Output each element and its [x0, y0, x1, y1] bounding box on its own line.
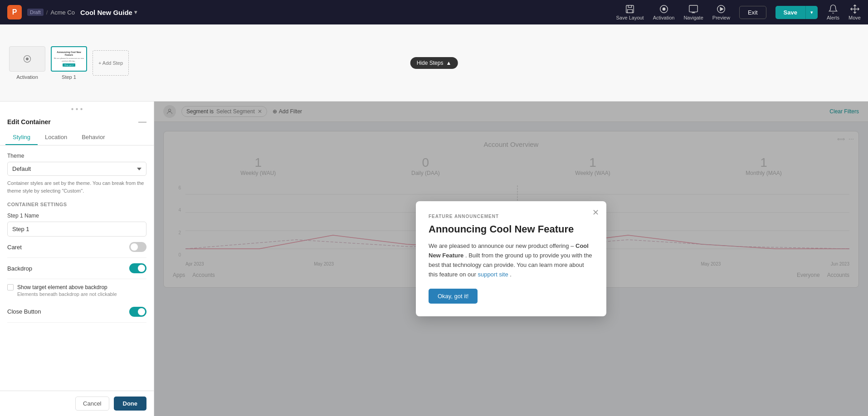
- svg-point-2: [663, 8, 665, 10]
- draft-badge: Draft: [27, 9, 44, 16]
- theme-label: Theme: [7, 153, 146, 159]
- step1-card[interactable]: Announcing Cool New Feature We are pleas…: [51, 46, 87, 72]
- container-settings-label: CONTAINER SETTINGS: [7, 202, 146, 207]
- caret-toggle[interactable]: [129, 242, 146, 252]
- tab-styling[interactable]: Styling: [5, 130, 38, 145]
- app-logo[interactable]: P: [7, 5, 22, 19]
- left-panel: • • • Edit Container — Styling Location …: [0, 102, 154, 416]
- modal-title: Announcing Cool New Feature: [429, 223, 594, 235]
- caret-label: Caret: [7, 244, 22, 251]
- top-nav: P Draft / Acme Co Cool New Guide ▾ Save …: [0, 0, 868, 24]
- add-step[interactable]: + Add Step: [93, 50, 129, 76]
- right-content: Segment is Select Segment ✕ ⊕ Add Filter…: [154, 102, 868, 416]
- activation-card[interactable]: [9, 46, 45, 72]
- hide-steps-button[interactable]: Hide Steps ▲: [410, 57, 458, 69]
- show-target-row: Show target element above backdrop Eleme…: [7, 279, 146, 301]
- backdrop-label: Backdrop: [7, 265, 32, 272]
- show-target-label: Show target element above backdrop: [17, 284, 117, 291]
- svg-point-7: [26, 58, 29, 60]
- caret-toggle-row: Caret: [7, 237, 146, 258]
- alerts-button[interactable]: Alerts: [827, 4, 839, 20]
- save-dropdown-button[interactable]: ▾: [805, 6, 818, 19]
- step1-label: Step 1: [62, 74, 76, 80]
- backdrop-toggle-row: Backdrop: [7, 258, 146, 279]
- minimize-panel-button[interactable]: —: [138, 117, 146, 126]
- svg-rect-3: [689, 5, 697, 12]
- modal-body: We are pleased to announce our new produ…: [429, 242, 594, 279]
- panel-footer: Cancel Done: [0, 391, 154, 416]
- panel-tabs: Styling Location Behavior: [0, 130, 154, 145]
- modal-body-text: We are pleased to announce our new produ…: [429, 242, 574, 249]
- done-button[interactable]: Done: [114, 397, 147, 411]
- step-name-input[interactable]: [7, 222, 146, 237]
- preview-button[interactable]: Preview: [712, 4, 730, 20]
- panel-title-row: Edit Container —: [0, 117, 154, 130]
- guide-title[interactable]: Cool New Guide ▾: [80, 9, 137, 16]
- close-button-toggle[interactable]: [129, 307, 146, 317]
- breadcrumb: Draft / Acme Co: [27, 9, 75, 16]
- step1-thumb[interactable]: Announcing Cool New Feature We are pleas…: [51, 46, 87, 80]
- theme-description: Container styles are set by the theme. Y…: [7, 179, 146, 194]
- modal-overlay: ✕ FEATURE ANNOUNCEMENT Announcing Cool N…: [154, 102, 868, 416]
- chevron-up-icon: ▲: [446, 60, 451, 66]
- feature-announcement-modal: ✕ FEATURE ANNOUNCEMENT Announcing Cool N…: [416, 201, 606, 316]
- cancel-button[interactable]: Cancel: [75, 397, 109, 411]
- org-name: Acme Co: [50, 9, 74, 16]
- show-target-sub: Elements beneath backdrop are not clicka…: [17, 291, 117, 297]
- save-button[interactable]: Save: [775, 6, 805, 19]
- exit-button[interactable]: Exit: [739, 6, 766, 19]
- activation-step[interactable]: Activation: [9, 46, 45, 80]
- svg-marker-5: [721, 7, 723, 10]
- main-layout: • • • Edit Container — Styling Location …: [0, 102, 868, 416]
- backdrop-toggle[interactable]: [129, 263, 146, 273]
- drag-handle-icon: • • •: [0, 102, 154, 117]
- step-bar: Activation Announcing Cool New Feature W…: [0, 24, 868, 102]
- nav-actions: Save Layout Activation Navigate Preview …: [616, 4, 861, 20]
- close-button-toggle-row: Close Button: [7, 301, 146, 323]
- activation-button[interactable]: Activation: [653, 4, 675, 20]
- panel-title: Edit Container: [7, 118, 51, 126]
- close-button-label: Close Button: [7, 308, 41, 315]
- confirm-button[interactable]: Okay, got it!: [429, 289, 478, 304]
- save-button-group: Save ▾: [775, 6, 818, 19]
- modal-tag: FEATURE ANNOUNCEMENT: [429, 214, 594, 219]
- add-step-card[interactable]: + Add Step: [93, 50, 129, 76]
- theme-select[interactable]: Default Custom Dark Light: [7, 162, 146, 176]
- tab-location[interactable]: Location: [38, 130, 74, 145]
- navigate-button[interactable]: Navigate: [683, 4, 703, 20]
- panel-body: Theme Default Custom Dark Light Containe…: [0, 145, 154, 391]
- activation-label: Activation: [16, 74, 38, 80]
- save-layout-button[interactable]: Save Layout: [616, 4, 644, 20]
- show-target-checkbox[interactable]: [7, 284, 14, 290]
- move-button[interactable]: Move: [848, 4, 861, 20]
- step-name-label: Step 1 Name: [7, 213, 146, 219]
- modal-body-end: .: [510, 271, 512, 278]
- tab-behavior[interactable]: Behavior: [74, 130, 112, 145]
- modal-close-button[interactable]: ✕: [592, 208, 599, 218]
- support-site-link[interactable]: support site: [478, 271, 508, 278]
- guide-title-chevron-icon: ▾: [134, 9, 137, 15]
